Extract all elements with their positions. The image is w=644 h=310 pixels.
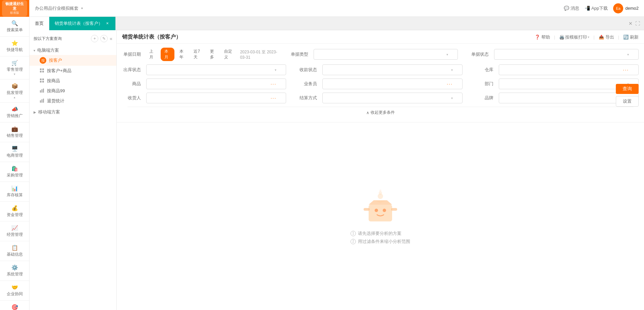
ecommerce-icon: 🖥️ [11, 146, 18, 152]
payment-status-select[interactable]: ▾ [322, 64, 462, 75]
svg-rect-2 [40, 71, 42, 72]
date-filter: 上月 本月 本年 近7天 更多 自定义 2023-03-01 至 2023-03… [146, 48, 277, 61]
date-last-month[interactable]: 上月 [146, 48, 159, 61]
nav-items: 🔍 搜索菜单 ⭐ 快捷导航 🛒 零售管理 ▾ 📦 批发管理 ▴ 📣 营销推广 💼… [0, 17, 29, 310]
user-profile-btn[interactable]: Ea demo2 [613, 3, 639, 13]
group-arrow-desktop: ▾ [34, 49, 35, 52]
ship-status-arrow: ▾ [275, 68, 276, 72]
empty-illustration [360, 186, 400, 226]
date-last-7[interactable]: 近7天 [191, 48, 205, 61]
refresh-btn[interactable]: 🔄 刷新 [623, 34, 639, 40]
doc-status-select[interactable]: ▾ [494, 49, 639, 60]
sidebar-item-search[interactable]: 🔍 搜索菜单 [0, 17, 29, 37]
warehouse-select[interactable]: ··· [499, 64, 639, 75]
divider-3: | [618, 35, 619, 40]
doc-type-arrow: ▾ [446, 53, 448, 56]
svg-rect-11 [40, 100, 41, 103]
svg-rect-5 [42, 79, 44, 80]
scheme-group-desktop: ▾ 电脑端方案 按 按客户 按客户+商品 [30, 46, 116, 106]
goods-select[interactable]: ··· [146, 79, 286, 89]
date-this-month[interactable]: 本月 [161, 48, 174, 61]
date-this-year[interactable]: 本年 [176, 48, 189, 61]
ship-status-select[interactable]: ▾ [146, 64, 286, 75]
print-btn[interactable]: 🖨️ 按模板打印 ▾ [559, 34, 589, 40]
svg-rect-9 [42, 89, 43, 93]
scheme-group-mobile: ▶ 移动端方案 [30, 107, 116, 117]
scheme-item-by-customer-product[interactable]: 按客户+商品 [30, 66, 116, 76]
sidebar-item-ops[interactable]: 📈 经营管理 [0, 221, 29, 241]
filter-container: 单据日期 上月 本月 本年 近7天 更多 自定义 2023-03-01 至 20… [117, 44, 644, 122]
print-label: 按模板打印 [565, 34, 587, 40]
app-download-btn[interactable]: 📲 App下载 [585, 5, 608, 11]
sidebar-item-purchase[interactable]: 🛍️ 采购管理 [0, 162, 29, 182]
scheme-item-by-product[interactable]: 按商品 [30, 76, 116, 86]
export-btn[interactable]: 📤 导出 [599, 34, 614, 40]
consignee-label: 收货人 [122, 95, 141, 101]
svg-rect-20 [364, 208, 370, 211]
sidebar-item-guide[interactable]: 🎯 新手引导 [0, 301, 29, 310]
hint-text-2: 用过滤条件来缩小分析范围 [358, 239, 410, 245]
sidebar-item-sys[interactable]: ⚙️ 系统管理 [0, 261, 29, 281]
consignee-select[interactable]: ··· [146, 93, 286, 103]
sidebar-item-retail-mgmt[interactable]: 🛒 零售管理 ▾ [0, 56, 29, 80]
message-btn[interactable]: 💬 消息 [564, 5, 579, 11]
industry-dropdown-arrow[interactable]: ▾ [81, 6, 83, 10]
brand-label: 品牌 [475, 95, 493, 101]
sidebar-item-sales-label: 销售管理 [7, 133, 23, 139]
svg-point-15 [375, 209, 378, 212]
goods-dots: ··· [271, 81, 277, 87]
scheme-collapse-btn[interactable]: « [110, 36, 112, 41]
salesman-select[interactable]: ··· [322, 79, 462, 89]
retail-expand-arrow: ▾ [14, 72, 15, 76]
sidebar-item-search-label: 搜索菜单 [7, 27, 23, 33]
sidebar-item-sales-mgmt[interactable]: 💼 销售管理 [0, 122, 29, 142]
scheme-edit-btn[interactable]: ✎ [100, 35, 108, 42]
scheme-item-return-stat[interactable]: 退货统计 [30, 96, 116, 106]
sys-icon: ⚙️ [11, 264, 18, 271]
query-btn[interactable]: 查询 [616, 84, 639, 94]
basic-info-icon: 📋 [11, 245, 18, 251]
print-dropdown-arrow: ▾ [588, 35, 589, 39]
sidebar-item-basic-info-label: 基础信息 [7, 252, 23, 257]
svg-point-18 [379, 191, 382, 195]
sidebar-item-marketing[interactable]: 📣 营销推广 [0, 103, 29, 122]
collapse-bar[interactable]: ∧ 收起更多条件 [127, 107, 633, 118]
payment-method-select[interactable]: ▾ [322, 93, 462, 103]
doc-type-select[interactable]: ▾ [314, 49, 458, 60]
tab-close-btn[interactable]: ✕ [105, 21, 110, 26]
maximize-btn[interactable]: ⛶ [635, 21, 640, 26]
scheme-item-by-product-99[interactable]: 按商品99 [30, 86, 116, 96]
scheme-chart-icon-1 [40, 88, 44, 94]
sidebar-item-corp[interactable]: 🤝 企业协同 [0, 281, 29, 301]
page-content: 按以下方案查询 + ✎ « ▾ 电脑端方案 按 按客户 [30, 30, 644, 310]
scheme-group-mobile-header[interactable]: ▶ 移动端方案 [30, 107, 116, 117]
sidebar-item-ops-label: 经营管理 [7, 232, 23, 238]
doc-status-label: 单据状态 [470, 51, 489, 57]
retail-icon: 🛒 [11, 60, 18, 66]
sidebar-item-quick-nav[interactable]: ⭐ 快捷导航 [0, 37, 29, 56]
sidebar-item-wholesale-mgmt[interactable]: 📦 批发管理 ▴ [0, 80, 29, 103]
minimize-btn[interactable]: ✕ [629, 21, 633, 26]
date-custom[interactable]: 自定义 [221, 48, 236, 61]
settings-btn[interactable]: 设置 [616, 96, 639, 107]
marketing-icon: 📣 [11, 106, 18, 112]
svg-rect-21 [391, 208, 397, 211]
sidebar-item-inventory[interactable]: 📊 库存核算 [0, 182, 29, 202]
tab-home[interactable]: 首页 [30, 17, 49, 30]
sidebar-item-quick-nav-label: 快捷导航 [7, 47, 23, 53]
salesman-dots: ··· [447, 81, 453, 87]
sidebar-item-finance[interactable]: 💰 资金管理 [0, 202, 29, 221]
scheme-item-by-customer[interactable]: 按 按客户 [30, 55, 116, 66]
tabs-bar: 首页 销货单统计表（按客户） ✕ ✕ ⛶ [30, 17, 644, 30]
header-right: 💬 消息 📲 App下载 Ea demo2 [564, 3, 639, 13]
help-btn[interactable]: ❓ 帮助 [535, 34, 550, 40]
sidebar-item-basic-info[interactable]: 📋 基础信息 [0, 241, 29, 261]
scheme-group-desktop-header[interactable]: ▾ 电脑端方案 [30, 46, 116, 55]
finance-icon: 💰 [11, 205, 18, 211]
sidebar-item-ecommerce[interactable]: 🖥️ 电商管理 [0, 142, 29, 162]
svg-rect-10 [43, 89, 44, 93]
dept-label: 部门 [475, 81, 493, 87]
date-more[interactable]: 更多 [207, 48, 219, 61]
scheme-add-btn[interactable]: + [91, 35, 98, 42]
tab-sales-stat[interactable]: 销货单统计表（按客户） ✕ [49, 17, 116, 30]
